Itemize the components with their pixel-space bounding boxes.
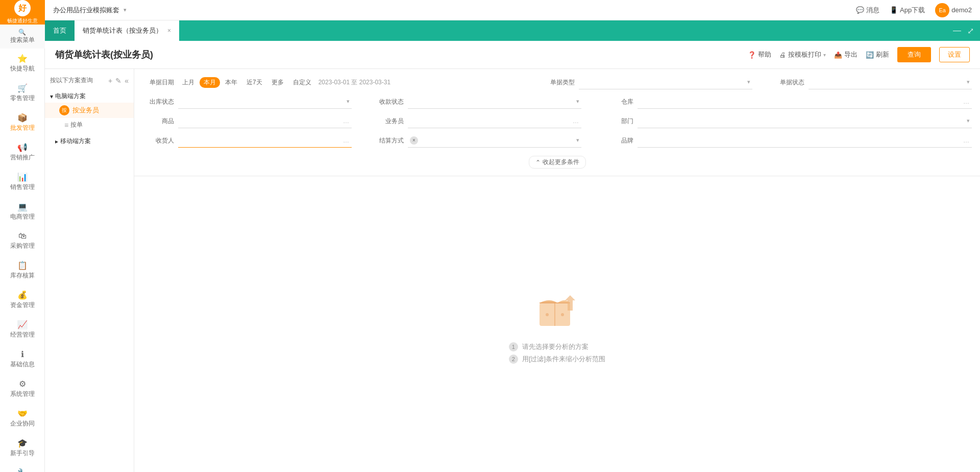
sidebar-item-wholesale[interactable]: 📦 批发管理 [0, 108, 45, 137]
sidebar-item-inventory[interactable]: 📋 库存核算 [0, 255, 45, 285]
collapse-btn-label: 收起更多条件 [543, 158, 579, 167]
consignee-label: 收货人 [142, 136, 178, 145]
setting-button[interactable]: 设置 [939, 47, 970, 62]
app-download-button[interactable]: 📱 App下载 [890, 6, 925, 15]
sidebar-item-retail[interactable]: 🛒 零售管理 [0, 78, 45, 108]
settle-label: 结算方式 [372, 136, 408, 145]
export-label: 导出 [844, 50, 857, 59]
order-icon: ≡ [64, 121, 68, 129]
tab-close-icon[interactable]: × [167, 27, 171, 34]
sidebar-item-finance[interactable]: 💰 资金管理 [0, 285, 45, 315]
export-icon: 📤 [834, 51, 842, 59]
dept-label: 部门 [602, 117, 638, 126]
sidebar-item-system[interactable]: ⚙ 系统管理 [0, 374, 45, 404]
settle-clear-button[interactable]: × [410, 136, 418, 145]
sidebar-item-newbie[interactable]: 🎓 新手引导 [0, 433, 45, 463]
filter-row-4: 收货人 … 结算方式 × ▾ 品牌 … [142, 133, 972, 148]
print-button[interactable]: 🖨 按模板打印 ▾ [779, 50, 826, 59]
doc-status-label: 单据状态 [773, 78, 808, 87]
phone-icon: 📱 [890, 6, 898, 14]
sidebar-item-sales[interactable]: 📊 销售管理 [0, 167, 45, 197]
sidebar-item-label: 采购管理 [10, 242, 35, 250]
message-button[interactable]: 💬 消息 [856, 6, 879, 15]
tab-home[interactable]: 首页 [45, 20, 75, 41]
salesman-input[interactable]: … [408, 114, 581, 128]
dept-input[interactable]: ▾ [638, 114, 972, 128]
refresh-button[interactable]: 🔄 刷新 [866, 50, 889, 59]
product-label: 商品 [142, 117, 178, 126]
export-button[interactable]: 📤 导出 [834, 50, 857, 59]
collapse-panel-button[interactable]: « [125, 77, 129, 85]
filter-row-2: 出库状态 ▾ 收款状态 ▾ 仓库 … [142, 95, 972, 109]
sidebar-item-appstore[interactable]: 🔧 应用中心 [0, 463, 45, 472]
sidebar-item-purchase[interactable]: 🛍 采购管理 [0, 226, 45, 255]
app-logo[interactable]: 好 畅捷通好生意 [0, 0, 45, 25]
date-tab-more[interactable]: 更多 [267, 77, 288, 88]
app-title: 办公用品行业模拟账套 [53, 6, 119, 15]
salesman-dots[interactable]: … [573, 117, 579, 125]
date-tab-this-month[interactable]: 本月 [200, 77, 220, 88]
product-dots[interactable]: … [343, 117, 350, 125]
empty-illustration [532, 285, 583, 331]
help-button[interactable]: ❓ 帮助 [748, 50, 771, 59]
tab-active[interactable]: 销货单统计表（按业务员） × [75, 20, 179, 41]
tree-group-mobile-arrow: ▸ [55, 138, 58, 145]
brand-dots[interactable]: … [963, 137, 970, 144]
content: 销货单统计表(按业务员) ❓ 帮助 🖨 按模板打印 ▾ 📤 导出 🔄 刷新 [45, 41, 980, 472]
consignee-input[interactable]: … [178, 133, 352, 148]
sidebar-item-label: 快捷导航 [10, 64, 35, 73]
warehouse-input[interactable]: … [638, 95, 972, 109]
info-icon: ℹ [21, 349, 24, 359]
tree-group-desktop[interactable]: ▾ 电脑端方案 [45, 90, 134, 103]
date-tabs: 上月 本月 本年 近7天 更多 自定义 [178, 77, 315, 88]
product-input[interactable]: … [178, 114, 352, 128]
sidebar-item-label: 营销推广 [10, 153, 35, 162]
filter-row-1: 单据日期 上月 本月 本年 近7天 更多 自定义 2023-03-01 至 20… [142, 75, 972, 89]
add-scheme-button[interactable]: + [108, 77, 112, 85]
edit-scheme-button[interactable]: ✎ [115, 77, 121, 85]
brand-input[interactable]: … [638, 133, 972, 148]
doc-status-input[interactable]: ▾ [808, 75, 972, 89]
sidebar-item-shortcut[interactable]: ⭐ 快捷导航 [0, 49, 45, 78]
main-area: 办公用品行业模拟账套 ▾ 💬 消息 📱 App下载 Ea demo2 首页 [45, 0, 980, 472]
consignee-dots[interactable]: … [343, 137, 350, 144]
date-tab-last-month[interactable]: 上月 [178, 77, 199, 88]
tree-desktop-section: ▾ 电脑端方案 按 按业务员 ≡ 按单 [45, 90, 134, 132]
collapse-button[interactable]: ⌃ 收起更多条件 [529, 156, 586, 169]
date-tab-this-year[interactable]: 本年 [221, 77, 241, 88]
settle-arrow: ▾ [576, 137, 579, 144]
warehouse-dots[interactable]: … [963, 98, 970, 105]
sidebar-item-enterprise[interactable]: 🤝 企业协同 [0, 404, 45, 433]
content-body: 按以下方案查询 + ✎ « ▾ 电脑端方案 按 按业务员 [45, 69, 980, 472]
date-tab-custom[interactable]: 自定义 [289, 77, 315, 88]
sidebar-item-marketing[interactable]: 📢 营销推广 [0, 137, 45, 167]
user-menu[interactable]: Ea demo2 [935, 3, 972, 17]
tab-restore-button[interactable]: ⤢ [965, 24, 976, 38]
topbar-dropdown-arrow[interactable]: ▾ [124, 7, 127, 13]
receipt-status-input[interactable]: ▾ [408, 95, 581, 109]
tree-subitem-order[interactable]: ≡ 按单 [45, 118, 134, 132]
tabs-bar-right: — ⤢ [951, 20, 980, 41]
app-download-label: App下载 [900, 6, 925, 15]
sidebar-item-operations[interactable]: 📈 经营管理 [0, 315, 45, 344]
tree-group-mobile[interactable]: ▸ 移动端方案 [45, 135, 134, 148]
stock-status-label: 出库状态 [142, 98, 178, 106]
sidebar-item-search[interactable]: 🔍 搜索菜单 [0, 25, 45, 49]
sidebar-item-ecommerce[interactable]: 💻 电商管理 [0, 197, 45, 226]
stock-status-input[interactable]: ▾ [178, 95, 352, 109]
sidebar-item-label: 经营管理 [10, 331, 35, 339]
empty-icon [532, 285, 583, 336]
tree-item-salesman[interactable]: 按 按业务员 [45, 103, 134, 118]
tab-minimize-button[interactable]: — [951, 24, 963, 37]
hint-1-text: 请先选择要分析的方案 [522, 342, 589, 351]
stock-status-arrow: ▾ [347, 98, 350, 105]
date-tab-7days[interactable]: 近7天 [242, 77, 266, 88]
sidebar-item-basic[interactable]: ℹ 基础信息 [0, 344, 45, 374]
sidebar-item-label: 系统管理 [10, 390, 35, 398]
empty-hint-2: 2 用[过滤]条件来缩小分析范围 [509, 355, 605, 364]
print-label: 按模板打印 [788, 50, 821, 59]
settle-input[interactable]: × ▾ [408, 133, 581, 148]
doc-type-input[interactable]: ▾ [579, 75, 752, 89]
message-label: 消息 [866, 6, 879, 15]
query-button[interactable]: 查询 [897, 47, 931, 62]
